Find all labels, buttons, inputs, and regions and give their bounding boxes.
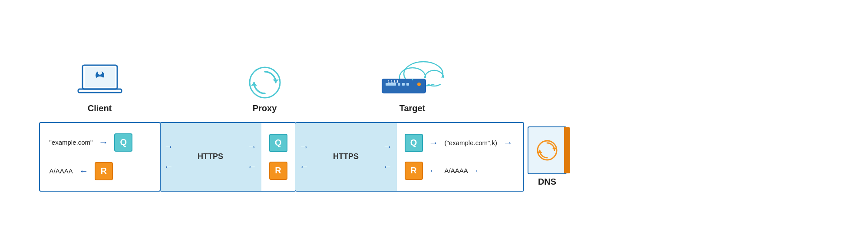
r-box-proxy: R bbox=[269, 162, 287, 180]
client-response-text: A/AAAA bbox=[50, 167, 73, 175]
svg-rect-16 bbox=[402, 83, 405, 86]
dns-label: DNS bbox=[538, 177, 556, 187]
target-section: Q → ("example.com",k) → R ← A/AAAA ← bbox=[397, 123, 524, 191]
laptop-icon bbox=[76, 63, 124, 100]
client-query-text: "example.com" bbox=[50, 139, 93, 146]
client-response-row: A/AAAA ← R bbox=[50, 162, 150, 180]
r-box-target: R bbox=[405, 162, 423, 180]
client-box: "example.com" → Q A/AAAA ← R bbox=[39, 122, 161, 192]
dns-sync-icon bbox=[535, 139, 559, 162]
proxy-actor: Proxy bbox=[248, 65, 282, 113]
target-response-text: A/AAAA bbox=[445, 167, 468, 174]
svg-rect-17 bbox=[406, 83, 409, 86]
proxy-label: Proxy bbox=[253, 103, 277, 113]
target-label: Target bbox=[399, 103, 426, 113]
proxy-qr-section: Q R bbox=[261, 123, 295, 191]
svg-point-4 bbox=[96, 76, 103, 81]
r-box-client: R bbox=[95, 162, 113, 180]
arrow-from-dns-r2: ← bbox=[474, 165, 484, 176]
svg-text:1.1.1.1: 1.1.1.1 bbox=[388, 80, 399, 83]
q-box-proxy: Q bbox=[269, 134, 287, 152]
target-icon: 1.1.1.1 bbox=[378, 61, 447, 100]
client-label: Client bbox=[88, 103, 112, 113]
svg-marker-7 bbox=[273, 80, 279, 83]
proxy-target-tunnel-box: → ← HTTPS → ← Q → ("example.com",k) → bbox=[295, 122, 525, 192]
https-label-2: HTTPS bbox=[314, 123, 379, 191]
diagram-container: Client Proxy bbox=[22, 61, 847, 192]
q-box-target: Q bbox=[405, 134, 423, 152]
top-row: Client Proxy bbox=[22, 61, 847, 113]
svg-point-21 bbox=[538, 141, 557, 160]
client-actor: Client bbox=[39, 63, 161, 113]
proxy-icon bbox=[248, 65, 282, 100]
arrow-right-icon: → bbox=[99, 137, 108, 148]
client-query-row: "example.com" → Q bbox=[50, 133, 150, 152]
svg-rect-5 bbox=[78, 89, 122, 93]
target-actor: 1.1.1.1 Target bbox=[378, 61, 447, 113]
flow-diagram: "example.com" → Q A/AAAA ← R → ← HTTPS bbox=[22, 122, 847, 192]
svg-point-3 bbox=[98, 70, 102, 75]
client-proxy-tunnel-box: → ← HTTPS → ← Q R bbox=[160, 122, 296, 192]
arrow-to-dns-q: → bbox=[429, 137, 439, 149]
arrow-from-dns-r: ← bbox=[429, 165, 439, 176]
target-query-row: Q → ("example.com",k) → bbox=[405, 134, 516, 152]
arrow-left-icon: ← bbox=[79, 166, 89, 177]
q-box-client: Q bbox=[114, 133, 132, 152]
target-response-row: R ← A/AAAA ← bbox=[405, 162, 516, 180]
svg-marker-8 bbox=[251, 83, 257, 86]
https-label-1: HTTPS bbox=[178, 123, 243, 191]
target-query-text: ("example.com",k) bbox=[445, 139, 498, 146]
dns-actor: DNS bbox=[528, 122, 567, 192]
arrow-to-dns-q2: → bbox=[503, 137, 513, 149]
svg-point-19 bbox=[417, 83, 421, 86]
dns-notebook-icon bbox=[528, 126, 567, 174]
